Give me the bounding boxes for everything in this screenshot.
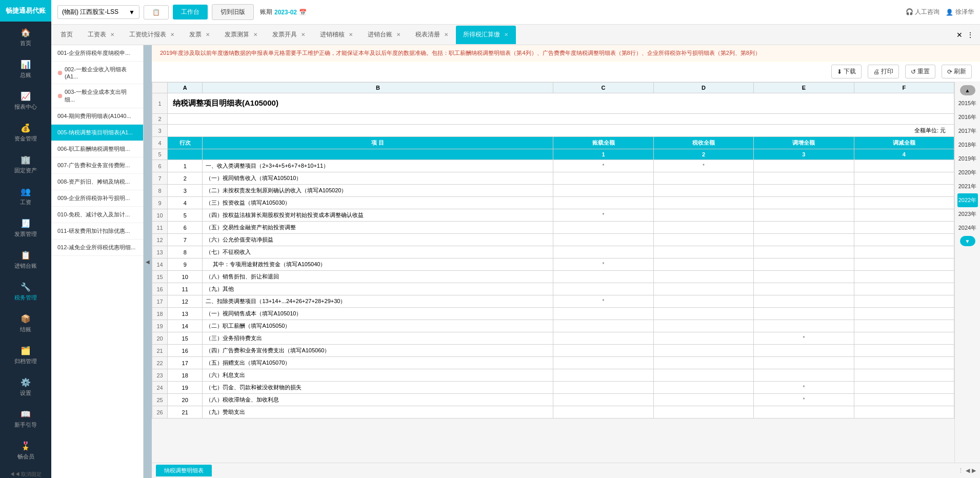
- tabbar-end: ✕ ⋮: [956, 31, 978, 39]
- close-period-icon: 📦: [21, 314, 31, 324]
- tab-purchase-ledger[interactable]: 进销台账✕: [361, 26, 408, 44]
- sidebar-item-reports[interactable]: 📈 报表中心: [0, 85, 51, 117]
- header-taxval: 税收全额: [653, 137, 753, 149]
- tab-close-invoice-calc[interactable]: ✕: [253, 32, 257, 37]
- tab-close-payroll[interactable]: ✕: [110, 32, 114, 37]
- tab-close-purchase-check[interactable]: ✕: [349, 32, 353, 37]
- left-item-012[interactable]: 012-减免企业所得税优惠明细...: [51, 240, 143, 256]
- year-panel: ▲ 2015年 2016年 2017年 2018年 2019年 2020年 20…: [954, 82, 980, 463]
- tab-tax-list[interactable]: 税表清册✕: [408, 26, 456, 44]
- copy-button[interactable]: 📋: [144, 5, 169, 19]
- year-2018[interactable]: 2018年: [957, 138, 978, 152]
- tab-home[interactable]: 首页: [53, 26, 81, 44]
- left-item-010[interactable]: 010-免税、减计收入及加计...: [51, 207, 143, 223]
- left-item-007[interactable]: 007-广告费和业务宣传费附...: [51, 157, 143, 174]
- table-row: 22 17 （五）捐赠支出（填写A105070）: [152, 357, 954, 369]
- left-item-009[interactable]: 009-企业所得税弥补亏损明...: [51, 190, 143, 207]
- download-icon: ⬇: [837, 68, 842, 75]
- tab-invoice-calc[interactable]: 发票测算✕: [217, 26, 265, 44]
- table-row-4: 4 行次 项 目 账载全额 税收全额 调增全额 调减全额: [152, 137, 954, 149]
- workbench-button[interactable]: 工作台: [173, 5, 208, 19]
- user-menu[interactable]: 👤 徐泽华: [946, 8, 974, 16]
- year-2016[interactable]: 2016年: [957, 110, 978, 124]
- support-link[interactable]: 🎧 人工咨询: [906, 8, 939, 16]
- table-row: 9 4 （三）投资收益（填写A105030）: [152, 197, 954, 209]
- sidebar-item-finance[interactable]: 💰 资金管理: [0, 117, 51, 149]
- sidebar-item-home[interactable]: 🏠 首页: [0, 22, 51, 53]
- sidebar-item-purchases[interactable]: 📋 进销台账: [0, 244, 51, 276]
- scroll-left-icon[interactable]: ◀: [966, 467, 970, 474]
- tab-purchase-check[interactable]: 进销稽核✕: [313, 26, 361, 44]
- col-A: A: [168, 83, 203, 93]
- left-item-005[interactable]: 005-纳税调整项目明细表(A1...: [51, 125, 143, 141]
- scroll-right-icon[interactable]: ▶: [972, 467, 976, 474]
- sidebar-item-guide[interactable]: 📖 新手引导: [0, 403, 51, 435]
- tax-icon: 🔧: [21, 282, 31, 292]
- download-button[interactable]: ⬇ 下载: [831, 65, 862, 78]
- tab-close-invoice[interactable]: ✕: [206, 32, 210, 37]
- year-2021[interactable]: 2021年: [957, 180, 978, 193]
- content-area: 001-企业所得税年度纳税申... ⊗ 002-一般企业收入明细表(A1... …: [51, 45, 980, 478]
- year-2023[interactable]: 2023年: [957, 207, 978, 221]
- tab-close-income-tax[interactable]: ✕: [504, 32, 508, 37]
- left-item-001[interactable]: 001-企业所得税年度纳税申...: [51, 45, 143, 62]
- reset-button[interactable]: ↺ 重置: [905, 65, 935, 78]
- calendar-icon[interactable]: 📅: [299, 9, 307, 16]
- sidebar-item-tax[interactable]: 🔧 税务管理: [0, 276, 51, 308]
- sidebar-item-ledger[interactable]: 📊 总账: [0, 53, 51, 85]
- table-row: 13 8 （七）不征税收入: [152, 246, 954, 258]
- left-item-004[interactable]: 004-期间费用明细表(A1040...: [51, 108, 143, 125]
- year-2020[interactable]: 2020年: [957, 166, 978, 180]
- unpin-button[interactable]: ◀◀ 取消固定: [0, 467, 51, 478]
- close-all-icon[interactable]: ✕: [956, 31, 963, 39]
- header-increase: 调增全额: [754, 137, 854, 149]
- tab-invoice[interactable]: 发票✕: [182, 26, 217, 44]
- year-2022[interactable]: 2022年: [957, 193, 978, 207]
- bottom-tab-main[interactable]: 纳税调整明细表: [156, 465, 212, 476]
- sidebar-item-settings[interactable]: ⚙️ 设置: [0, 371, 51, 403]
- left-item-002[interactable]: ⊗ 002-一般企业收入明细表(A1...: [51, 62, 143, 84]
- year-2017[interactable]: 2017年: [957, 124, 978, 138]
- year-2024[interactable]: 2024年: [957, 221, 978, 235]
- data-table: A B C D E F 1 纳税调: [152, 82, 954, 419]
- refresh-button[interactable]: ⟳ 刷新: [942, 65, 972, 78]
- error-icon-003: ⊗: [57, 92, 63, 99]
- table-container[interactable]: A B C D E F 1 纳税调: [152, 82, 954, 463]
- table-row: 12 7 （六）公允价值变动净损益: [152, 234, 954, 246]
- year-2019[interactable]: 2019年: [957, 152, 978, 166]
- year-scroll-up[interactable]: ▲: [960, 85, 975, 95]
- action-toolbar: ⬇ 下载 🖨 打印 ↺ 重置 ⟳ 刷新: [152, 62, 980, 82]
- left-item-003[interactable]: ⊗ 003-一般企业成本支出明细...: [51, 84, 143, 108]
- tab-invoice-issue[interactable]: 发票开具✕: [265, 26, 313, 44]
- col-rownum: [152, 83, 168, 93]
- oldversion-button[interactable]: 切到旧版: [212, 4, 254, 20]
- company-selector[interactable]: (物副) 江西股宝-LSS ▼: [57, 5, 139, 19]
- sidebar-item-archive[interactable]: 🗂️ 归档管理: [0, 340, 51, 371]
- print-button[interactable]: 🖨 打印: [868, 65, 899, 78]
- sidebar-item-invoice[interactable]: 🧾 发票管理: [0, 212, 51, 244]
- sidebar-item-close[interactable]: 📦 结账: [0, 308, 51, 340]
- year-2015[interactable]: 2015年: [957, 96, 978, 110]
- sidebar: 畅捷通易代账 🏠 首页 📊 总账 📈 报表中心 💰 资金管理 🏢 固定资产 👥 …: [0, 0, 51, 478]
- unit-cell: 全额单位: 元: [168, 125, 954, 137]
- sidebar-item-payroll[interactable]: 👥 工资: [0, 181, 51, 212]
- left-item-006[interactable]: 006-职工薪酬纳税调整明细...: [51, 141, 143, 157]
- col-D: D: [653, 83, 753, 93]
- tab-close-tax-list[interactable]: ✕: [444, 32, 448, 37]
- tab-income-tax[interactable]: 所得税汇算缴✕: [456, 26, 516, 44]
- left-item-011[interactable]: 011-研发费用加计扣除优惠...: [51, 223, 143, 240]
- scroll-info-icon: ⋮: [958, 467, 964, 474]
- left-item-008[interactable]: 008-资产折旧、摊销及纳税...: [51, 174, 143, 190]
- year-scroll-down[interactable]: ▼: [960, 236, 975, 246]
- tab-close-purchase-ledger[interactable]: ✕: [396, 32, 401, 37]
- col-E: E: [754, 83, 854, 93]
- left-menu-panel: 001-企业所得税年度纳税申... ⊗ 002-一般企业收入明细表(A1... …: [51, 45, 144, 478]
- tab-close-payroll-report[interactable]: ✕: [170, 32, 174, 37]
- collapse-panel-button[interactable]: ◀: [144, 45, 152, 478]
- sidebar-item-assets[interactable]: 🏢 固定资产: [0, 149, 51, 181]
- tab-payroll-report[interactable]: 工资统计报表✕: [122, 26, 182, 44]
- tab-payroll[interactable]: 工资表✕: [81, 26, 122, 44]
- more-tabs-icon[interactable]: ⋮: [967, 31, 974, 39]
- tab-close-invoice-issue[interactable]: ✕: [301, 32, 305, 37]
- sidebar-item-vip[interactable]: 🎖️ 畅会员: [0, 435, 51, 467]
